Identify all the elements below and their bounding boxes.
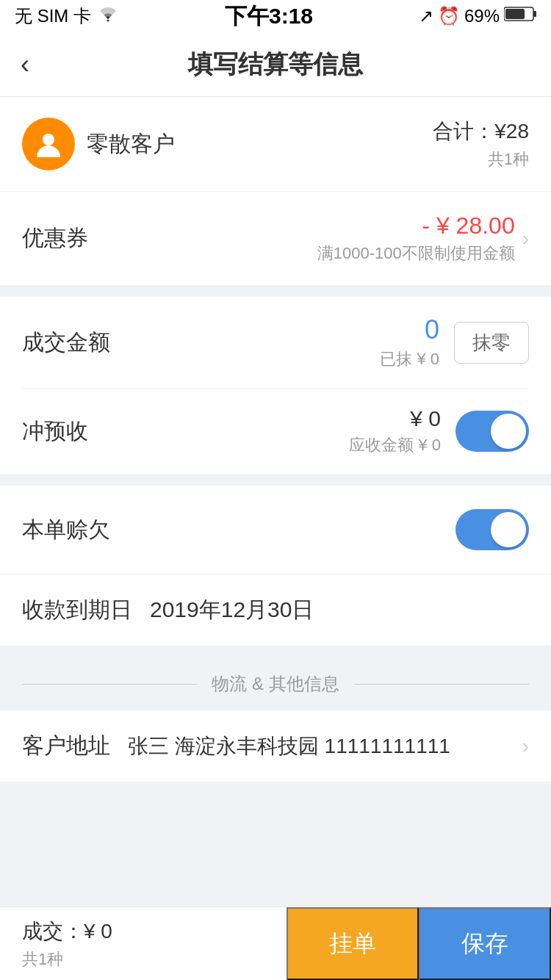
logistics-line-right [354,684,529,685]
coupon-amount: - ¥ 28.00 [317,212,515,239]
status-left: 无 SIM 卡 [15,4,119,28]
wifi-icon [97,6,119,26]
bottom-spacer [0,793,551,867]
coupon-right: - ¥ 28.00 满1000-100不限制使用金额 › [317,212,529,264]
bottom-deal-row: 成交：¥ 0 [22,918,264,945]
prereceive-toggle[interactable] [455,411,529,452]
customer-count: 共1种 [433,148,529,170]
svg-rect-3 [505,9,525,19]
debt-label: 本单赊欠 [22,515,110,545]
address-section: 客户地址 张三 海淀永丰科技园 11111111111 › [0,710,551,782]
due-date-label: 收款到期日 [22,595,132,625]
bottom-count: 共1种 [22,948,264,970]
deal-amount-right: 0 已抹 ¥ 0 抹零 [380,314,529,370]
page-title: 填写结算等信息 [188,48,363,82]
prereceive-row: 冲预收 ¥ 0 应收金额 ¥ 0 [0,389,551,474]
bottom-deal-value: ¥ 0 [84,920,112,943]
prereceive-sub-amount: 应收金额 ¥ 0 [349,434,441,456]
logistics-header: 物流 & 其他信息 [0,657,551,710]
svg-point-4 [43,134,54,145]
svg-point-0 [107,20,109,22]
coupon-details: - ¥ 28.00 满1000-100不限制使用金额 [317,212,515,264]
debt-toggle-knob [491,512,526,547]
coupon-desc: 满1000-100不限制使用金额 [317,242,515,264]
customer-row: 零散客户 合计：¥28 共1种 [0,97,551,191]
battery-icon [504,6,536,26]
signal-text: 无 SIM 卡 [15,4,91,28]
amount-section: 成交金额 0 已抹 ¥ 0 抹零 冲预收 ¥ 0 应收金额 ¥ 0 [0,297,551,474]
coupon-row[interactable]: 优惠券 - ¥ 28.00 满1000-100不限制使用金额 › [0,191,551,285]
debt-row: 本单赊欠 [0,486,551,574]
alarm-icon: ⏰ [438,6,460,26]
deal-amount-values: 0 已抹 ¥ 0 [380,314,439,370]
due-date-value: 2019年12月30日 [150,595,314,625]
bottom-deal-label: 成交： [22,920,84,943]
coupon-label: 优惠券 [22,223,88,253]
debt-section: 本单赊欠 收款到期日 2019年12月30日 [0,486,551,646]
battery-text: 69% [464,6,500,26]
customer-section: 零散客户 合计：¥28 共1种 优惠券 - ¥ 28.00 满1000-100不… [0,97,551,285]
prereceive-label: 冲预收 [22,417,88,447]
customer-totals: 合计：¥28 共1种 [433,118,529,170]
deal-amount-row: 成交金额 0 已抹 ¥ 0 抹零 [0,297,551,388]
status-right: ↗ ⏰ 69% [419,6,536,26]
save-button[interactable]: 保存 [419,907,551,980]
due-date-row: 收款到期日 2019年12月30日 [0,574,551,646]
customer-info: 零散客户 [22,118,175,170]
address-row[interactable]: 客户地址 张三 海淀永丰科技园 11111111111 › [0,710,551,782]
address-label: 客户地址 [22,731,110,761]
pending-button[interactable]: 挂单 [287,907,419,980]
round-zero-button[interactable]: 抹零 [454,322,529,364]
nav-bar: ‹ 填写结算等信息 [0,32,551,97]
customer-avatar [22,118,75,170]
deal-amount-value: 0 [380,314,439,345]
prereceive-amounts: ¥ 0 应收金额 ¥ 0 [349,406,441,456]
bottom-bar: 成交：¥ 0 共1种 挂单 保存 [0,907,551,980]
svg-rect-2 [533,11,536,17]
debt-toggle[interactable] [455,509,529,550]
address-chevron-icon: › [522,735,529,758]
prereceive-right: ¥ 0 应收金额 ¥ 0 [349,406,529,456]
toggle-knob [491,414,526,449]
back-button[interactable]: ‹ [21,49,29,80]
logistics-text: 物流 & 其他信息 [197,672,353,696]
customer-total: 合计：¥28 [433,118,529,145]
address-value: 张三 海淀永丰科技园 11111111111 [128,732,522,760]
location-icon: ↗ [419,6,433,26]
chevron-right-icon: › [522,227,529,251]
bottom-summary: 成交：¥ 0 共1种 [0,907,287,980]
logistics-line-left [22,684,197,685]
deal-amount-label: 成交金额 [22,328,110,358]
deal-amount-sub: 已抹 ¥ 0 [380,348,439,370]
customer-name: 零散客户 [87,129,175,159]
status-time: 下午3:18 [225,1,313,32]
prereceive-main-amount: ¥ 0 [349,406,441,431]
status-bar: 无 SIM 卡 下午3:18 ↗ ⏰ 69% [0,0,551,32]
